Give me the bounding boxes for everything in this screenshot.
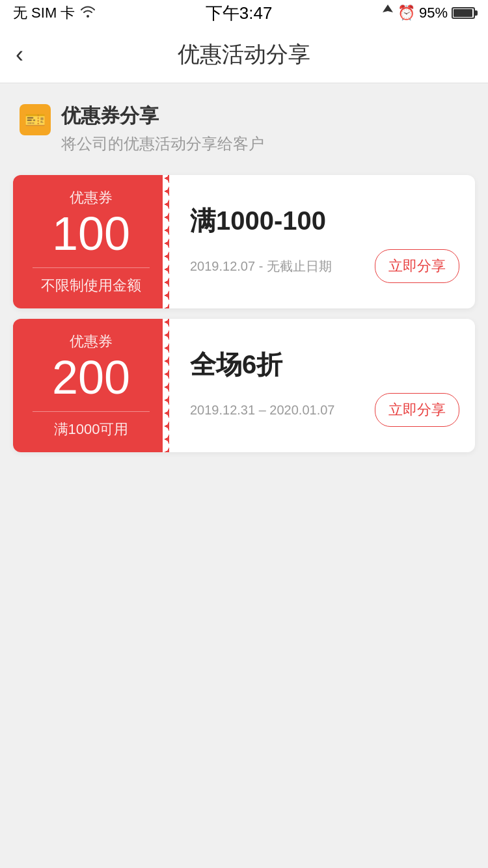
coupon-date-0: 2019.12.07 - 无截止日期	[190, 258, 332, 275]
coupon-condition-1: 满1000可用	[54, 420, 129, 439]
coupon-left-1: 优惠券 200 满1000可用	[13, 319, 169, 452]
coupon-divider-1	[33, 411, 150, 412]
battery-icon	[452, 7, 475, 19]
coupon-date-1: 2019.12.31 – 2020.01.07	[190, 403, 334, 418]
coupon-meta-1: 2019.12.31 – 2020.01.07 立即分享	[190, 393, 459, 427]
status-left: 无 SIM 卡	[13, 3, 96, 23]
section-icon: 🎫	[20, 104, 51, 135]
status-bar: 无 SIM 卡 下午3:47 ⏰ 95%	[0, 0, 488, 26]
coupon-icon: 🎫	[25, 110, 46, 130]
coupon-condition-0: 不限制使用金额	[41, 276, 141, 295]
coupon-right-0: 满1000-100 2019.12.07 - 无截止日期 立即分享	[169, 175, 475, 308]
coupon-card: 优惠券 100 不限制使用金额 满1000-100 2019.12.07 - 无…	[13, 175, 475, 308]
location-icon	[382, 4, 394, 22]
status-right: ⏰ 95%	[382, 4, 475, 22]
coupon-label-1: 优惠券	[70, 332, 113, 351]
alarm-icon: ⏰	[398, 5, 415, 21]
coupon-amount-0: 100	[52, 210, 130, 257]
section-subtitle: 将公司的优惠活动分享给客户	[61, 133, 264, 154]
coupon-amount-1: 200	[52, 354, 130, 401]
page-title: 优惠活动分享	[178, 40, 310, 70]
share-button-1[interactable]: 立即分享	[375, 393, 459, 427]
status-time: 下午3:47	[206, 2, 273, 25]
nav-bar: ‹ 优惠活动分享	[0, 26, 488, 83]
coupon-label-0: 优惠券	[70, 188, 113, 208]
coupon-right-1: 全场6折 2019.12.31 – 2020.01.07 立即分享	[169, 319, 475, 452]
carrier-text: 无 SIM 卡	[13, 3, 75, 23]
section-text: 优惠券分享 将公司的优惠活动分享给客户	[61, 103, 264, 154]
coupon-card: 优惠券 200 满1000可用 全场6折 2019.12.31 – 2020.0…	[13, 319, 475, 452]
section-header: 🎫 优惠券分享 将公司的优惠活动分享给客户	[0, 83, 488, 165]
share-button-0[interactable]: 立即分享	[375, 249, 459, 283]
back-button[interactable]: ‹	[16, 41, 23, 68]
coupon-divider-0	[33, 267, 150, 268]
coupon-meta-0: 2019.12.07 - 无截止日期 立即分享	[190, 249, 459, 283]
coupon-left-0: 优惠券 100 不限制使用金额	[13, 175, 169, 308]
section-title: 优惠券分享	[61, 103, 264, 129]
coupon-title-1: 全场6折	[190, 347, 459, 383]
bottom-area	[0, 463, 488, 853]
wifi-icon	[80, 5, 96, 21]
coupon-title-0: 满1000-100	[190, 203, 459, 239]
coupon-list: 优惠券 100 不限制使用金额 满1000-100 2019.12.07 - 无…	[0, 165, 488, 463]
battery-percent: 95%	[419, 5, 448, 21]
